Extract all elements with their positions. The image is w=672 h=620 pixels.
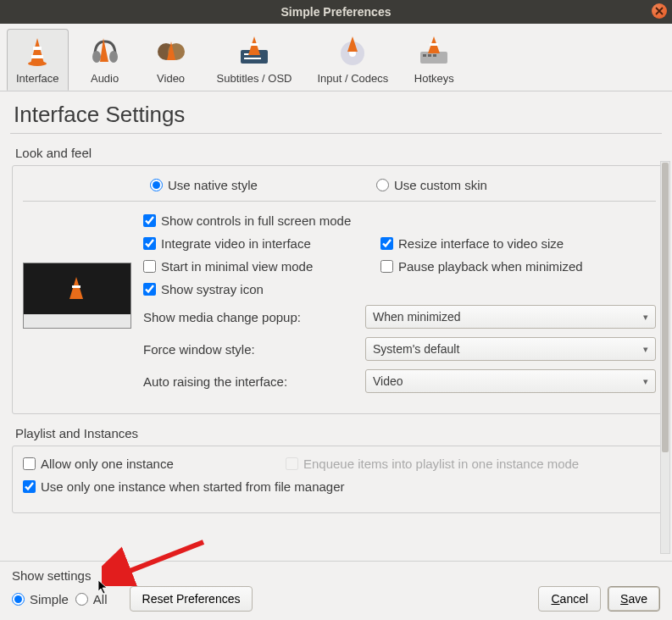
interface-preview-image (23, 263, 131, 329)
window-titlebar: Simple Preferences (0, 0, 672, 24)
radio-show-simple[interactable]: Simple (12, 592, 69, 606)
check-integrate-video[interactable]: Integrate video in interface (143, 236, 355, 251)
label-auto-raise: Auto raising the interface: (143, 374, 355, 389)
tab-audio[interactable]: Audio (75, 29, 135, 91)
cancel-button[interactable]: Cancel (538, 586, 601, 612)
look-panel: Use native style Use custom skin (12, 165, 667, 414)
settings-scroll[interactable]: Look and feel Use native style Use custo… (0, 134, 670, 561)
select-auto-raise[interactable]: Video (365, 369, 656, 393)
svg-rect-9 (244, 58, 261, 59)
svg-rect-16 (433, 54, 436, 57)
vertical-scrollbar[interactable] (660, 161, 670, 554)
tab-label: Hotkeys (414, 72, 454, 85)
tab-interface[interactable]: Interface (7, 29, 69, 91)
window-title: Simple Preferences (281, 5, 392, 19)
svg-rect-14 (423, 54, 426, 57)
svg-rect-1 (31, 55, 43, 58)
tab-label: Interface (16, 72, 59, 85)
tab-label: Subtitles / OSD (217, 72, 292, 85)
save-button[interactable]: Save (608, 586, 660, 612)
film-icon (154, 35, 188, 69)
keyboard-icon (417, 35, 451, 69)
tab-hotkeys[interactable]: Hotkeys (404, 29, 464, 91)
tab-label: Audio (91, 72, 119, 85)
svg-point-4 (109, 51, 118, 63)
select-force-style[interactable]: System's default (365, 337, 656, 361)
check-systray[interactable]: Show systray icon (143, 282, 355, 296)
tab-video[interactable]: Video (142, 29, 201, 91)
svg-point-2 (28, 61, 47, 66)
category-tabs: Interface Audio Video (0, 24, 672, 91)
tab-input-codecs[interactable]: Input / Codecs (308, 29, 397, 91)
check-minimal-mode[interactable]: Start in minimal view mode (143, 259, 355, 274)
svg-rect-0 (33, 47, 42, 50)
svg-rect-10 (250, 43, 258, 46)
scrollbar-thumb[interactable] (662, 163, 669, 452)
headphones-icon (88, 35, 122, 69)
svg-point-3 (92, 51, 101, 63)
select-media-change[interactable]: When minimized (365, 305, 656, 329)
radio-custom-skin[interactable]: Use custom skin (376, 178, 487, 192)
check-pause-minimized[interactable]: Pause playback when minimized (380, 259, 592, 274)
radio-show-all[interactable]: All (75, 592, 108, 606)
radio-native-style[interactable]: Use native style (150, 178, 258, 192)
reset-preferences-button[interactable]: Reset Preferences (130, 586, 253, 612)
check-resize-interface[interactable]: Resize interface to video size (380, 236, 592, 251)
check-enqueue: Enqueue items into playlist in one insta… (286, 457, 579, 471)
disc-icon (336, 35, 369, 69)
check-one-from-fm[interactable]: Use only one instance when started from … (23, 479, 345, 494)
check-one-instance[interactable]: Allow only one instance (23, 457, 235, 471)
section-look-title: Look and feel (15, 146, 667, 160)
svg-rect-17 (430, 43, 438, 46)
section-playlist-title: Playlist and Instances (15, 426, 667, 440)
close-button[interactable] (652, 3, 667, 19)
svg-rect-13 (420, 52, 447, 64)
tab-label: Input / Codecs (317, 72, 388, 85)
label-media-change: Show media change popup: (143, 310, 355, 324)
playlist-panel: Allow only one instance Enqueue items in… (12, 446, 667, 513)
subtitles-icon (237, 35, 271, 69)
page-title: Interface Settings (0, 91, 672, 133)
tab-subtitles[interactable]: Subtitles / OSD (208, 29, 302, 91)
svg-rect-15 (428, 54, 431, 57)
label-force-style: Force window style: (143, 342, 355, 357)
check-show-controls[interactable]: Show controls in full screen mode (143, 213, 355, 228)
cone-icon (20, 35, 54, 69)
tab-label: Video (157, 72, 185, 85)
dialog-footer: Show settings Simple All Reset Preferenc… (0, 561, 672, 620)
show-settings-label: Show settings (12, 568, 660, 583)
svg-rect-18 (72, 285, 81, 288)
